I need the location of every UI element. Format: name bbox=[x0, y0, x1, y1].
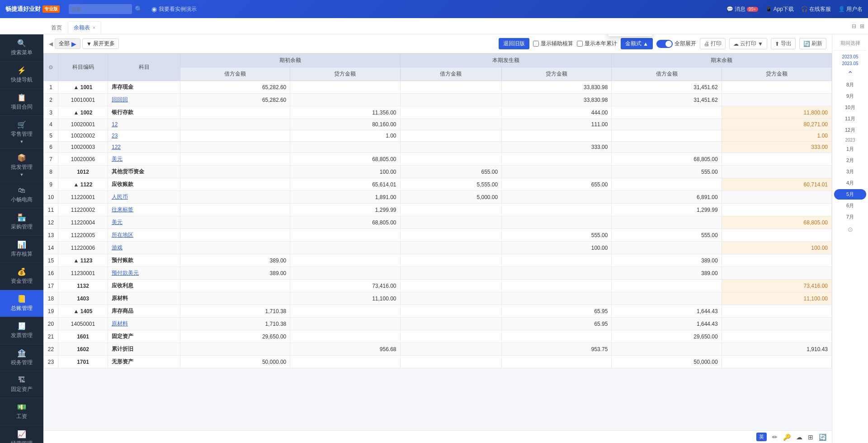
expand-button[interactable]: ▼ 展开更多 bbox=[82, 38, 119, 49]
sidebar-item-finance[interactable]: 💰 资金管理 bbox=[0, 263, 43, 290]
refresh-button[interactable]: 🔄 刷新 bbox=[799, 38, 826, 49]
sidebar-item-salary[interactable]: 💵 工资 bbox=[0, 398, 43, 425]
sidebar-item-purchase[interactable]: 🏪 采购管理 bbox=[0, 209, 43, 236]
print-button[interactable]: 🖨 打印 bbox=[700, 38, 726, 49]
cell-subject[interactable]: 美元 bbox=[108, 153, 180, 166]
style-dropdown-icon: ▲ bbox=[643, 41, 648, 47]
filter-back-icon[interactable]: ◀ bbox=[49, 41, 53, 47]
cell-subject[interactable]: 所在地区 bbox=[108, 229, 180, 242]
sidebar-item-assets[interactable]: 🏗 固定资产 bbox=[0, 372, 43, 398]
panel-down-arrow[interactable]: ⊙ bbox=[834, 224, 866, 234]
tab-minimize-icon[interactable]: ⊟ bbox=[852, 23, 856, 29]
sidebar-item-wholesale[interactable]: 📦 批发管理 ▼ bbox=[0, 149, 43, 182]
tab-bar: 首页 余额表 × ⊟ ⊞ bbox=[0, 18, 868, 34]
cell-subject[interactable]: 人民币 bbox=[108, 191, 180, 204]
table-row: 2014050001原材料1,710.3865.951,644.43 bbox=[44, 318, 832, 330]
month-7[interactable]: 7月 bbox=[834, 212, 866, 222]
cell-subject: 固定资产 bbox=[108, 330, 180, 343]
cell-no: 9 bbox=[44, 178, 58, 191]
cell-value bbox=[612, 292, 722, 305]
demo-link[interactable]: ◉ 我要看实例演示 bbox=[151, 5, 197, 13]
sidebar-item-ecommerce[interactable]: 🛍 小畅电商 bbox=[0, 182, 43, 209]
key-icon[interactable]: 🔑 bbox=[783, 433, 791, 441]
operations-icon: 📈 bbox=[17, 430, 26, 438]
service-button[interactable]: 🎧 在线客服 bbox=[801, 5, 831, 13]
message-button[interactable]: 💬 消息 99+ bbox=[726, 5, 758, 13]
user-avatar[interactable]: 👤 用户名 bbox=[838, 5, 863, 13]
cell-value bbox=[400, 130, 502, 142]
cell-subject: 原材料 bbox=[108, 292, 180, 305]
month-8[interactable]: 8月 bbox=[834, 80, 866, 90]
cell-value: 5,555.00 bbox=[400, 178, 502, 191]
sidebar-item-tax[interactable]: 🏦 税务管理 bbox=[0, 344, 43, 372]
export-button[interactable]: ⬆ 导出 bbox=[771, 38, 796, 49]
cell-value bbox=[180, 153, 290, 166]
tab-close-icon[interactable]: × bbox=[93, 25, 95, 30]
header-search-input[interactable] bbox=[69, 4, 132, 14]
sidebar-item-search[interactable]: 🔍 搜索菜单 bbox=[0, 34, 43, 62]
month-10[interactable]: 10月 bbox=[834, 102, 866, 113]
cell-value bbox=[722, 204, 831, 216]
sidebar-item-retail[interactable]: 🛒 零售管理 ▼ bbox=[0, 116, 43, 149]
cell-subject[interactable]: 游戏 bbox=[108, 242, 180, 254]
checkbox-aux-input[interactable] bbox=[533, 41, 539, 47]
sidebar-item-quicknav[interactable]: ⚡ 快捷导航 bbox=[0, 62, 43, 89]
cell-value bbox=[722, 229, 831, 242]
cell-subject[interactable]: 122 bbox=[108, 142, 180, 153]
download-button[interactable]: 📱 App下载 bbox=[765, 5, 794, 13]
month-1[interactable]: 1月 bbox=[834, 144, 866, 154]
cell-subject[interactable]: 往来标签 bbox=[108, 204, 180, 216]
cell-value bbox=[180, 343, 290, 356]
edit-icon[interactable]: ✏ bbox=[772, 433, 778, 441]
cell-value: 11,100.00 bbox=[290, 292, 400, 305]
month-2[interactable]: 2月 bbox=[834, 155, 866, 166]
toggle-track[interactable] bbox=[656, 40, 673, 48]
tab-home[interactable]: 首页 bbox=[45, 21, 68, 34]
month-9[interactable]: 9月 bbox=[834, 91, 866, 101]
filter-tag[interactable]: 全部 ▶ bbox=[55, 38, 80, 49]
cell-value bbox=[180, 204, 290, 216]
checkbox-annual-input[interactable] bbox=[577, 41, 583, 47]
cell-no: 5 bbox=[44, 130, 58, 142]
cell-value: 80,160.00 bbox=[290, 119, 400, 130]
style-option-qty-foreign[interactable]: 数量外币式 bbox=[608, 34, 652, 36]
month-4[interactable]: 4月 bbox=[834, 178, 866, 188]
month-12[interactable]: 12月 bbox=[834, 125, 866, 135]
cell-subject[interactable]: 预付款美元 bbox=[108, 267, 180, 280]
cloud-icon[interactable]: ☁ bbox=[796, 433, 802, 441]
month-5[interactable]: 5月 bbox=[834, 189, 866, 200]
cell-value: 80,271.00 bbox=[722, 119, 831, 130]
cell-subject[interactable]: 23 bbox=[108, 130, 180, 142]
cell-value bbox=[400, 254, 502, 267]
month-11[interactable]: 11月 bbox=[834, 114, 866, 124]
cell-subject[interactable]: 12 bbox=[108, 119, 180, 130]
cloud-print-button[interactable]: ☁ 云打印 ▼ bbox=[729, 38, 767, 49]
service-icon: 🎧 bbox=[801, 6, 808, 12]
style-dropdown-button[interactable]: 金额式 ▲ bbox=[621, 38, 653, 49]
tab-expand-icon[interactable]: ⊞ bbox=[860, 23, 864, 29]
grid-icon[interactable]: ⊞ bbox=[808, 433, 813, 441]
cell-subject[interactable]: 美元 bbox=[108, 216, 180, 229]
cell-subject[interactable]: 原材料 bbox=[108, 318, 180, 330]
sidebar-item-operations[interactable]: 📈 经营管理 bbox=[0, 425, 43, 443]
sidebar-item-contract[interactable]: 📋 项目合同 bbox=[0, 89, 43, 116]
sidebar: 🔍 搜索菜单 ⚡ 快捷导航 📋 项目合同 🛒 零售管理 ▼ 📦 批发管理 ▼ 🛍… bbox=[0, 34, 43, 443]
cell-no: 3 bbox=[44, 106, 58, 119]
column-settings-icon[interactable]: ⚙ bbox=[48, 64, 53, 71]
sidebar-item-inventory[interactable]: 📊 库存核算 bbox=[0, 236, 43, 263]
sidebar-item-accounting[interactable]: 📒 总账管理 bbox=[0, 290, 43, 317]
table-row: 1611230001预付款美元389.00389.00 bbox=[44, 267, 832, 280]
cell-value: 1,644.43 bbox=[612, 305, 722, 318]
sidebar-item-invoice[interactable]: 🧾 发票管理 bbox=[0, 317, 43, 344]
collapse-icon[interactable]: ⊙ bbox=[848, 226, 853, 233]
lang-switch-button[interactable]: 英 bbox=[756, 433, 767, 441]
cell-subject[interactable]: 回回回 bbox=[108, 94, 180, 106]
sync-icon[interactable]: 🔄 bbox=[819, 433, 826, 441]
cell-value bbox=[290, 229, 400, 242]
month-6[interactable]: 6月 bbox=[834, 200, 866, 211]
cell-value bbox=[722, 81, 831, 94]
tab-balance[interactable]: 余额表 × bbox=[68, 21, 101, 34]
panel-up-arrow[interactable]: ⌃ bbox=[834, 69, 866, 79]
month-3[interactable]: 3月 bbox=[834, 167, 866, 177]
return-button[interactable]: 退回旧版 bbox=[499, 38, 529, 49]
